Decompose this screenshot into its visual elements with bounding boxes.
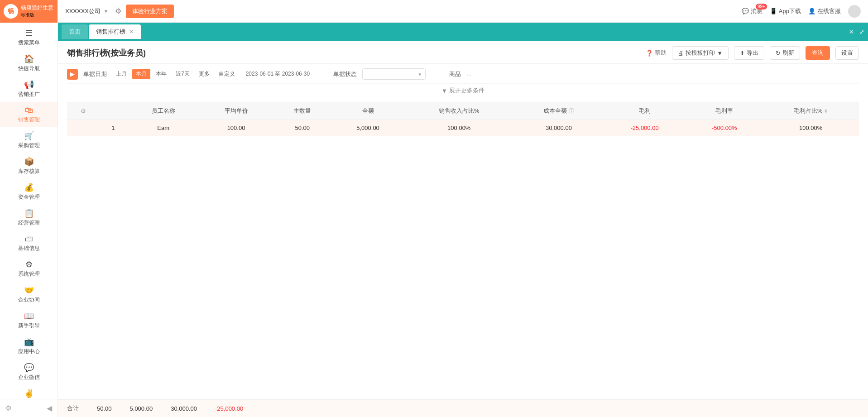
expand-more-btn[interactable]: ▼ 展开更多条件: [441, 86, 484, 95]
table-area: ⚙ 员工名称 平均单价 主数量 全额 销售收入占比% 成本全额 ⓘ 毛利 毛利率: [58, 102, 868, 399]
goods-more-btn[interactable]: ...: [466, 71, 471, 77]
table-footer: 合计 50.00 5,000.00 30,000.00 -25,000.00: [58, 399, 868, 417]
sidebar-settings-icon[interactable]: ⚙: [5, 404, 12, 412]
business-icon: 📋: [24, 208, 34, 218]
date-tab-this-month[interactable]: 本月: [132, 69, 150, 79]
guide-icon: 📖: [24, 311, 34, 321]
col-settings[interactable]: ⚙: [67, 102, 99, 120]
date-range: 2023-06-01 至 2023-06-30: [246, 70, 310, 78]
content-header: 销售排行榜(按业务员) ❓ 帮助 🖨 按模板打印 ▼ ⬆ 导出 ↻ 刷新: [58, 41, 868, 64]
sidebar-item-guide[interactable]: 📖 新手引导: [0, 307, 58, 333]
sales-icon: 🛍: [25, 105, 33, 115]
query-button[interactable]: 查询: [806, 46, 830, 60]
page-title: 销售排行榜(按业务员): [67, 48, 146, 58]
sidebar-label: 营销推广: [18, 91, 40, 98]
sidebar-collapse-icon[interactable]: ◀: [47, 404, 52, 412]
sidebar-item-business[interactable]: 📋 经营管理: [0, 205, 58, 230]
sidebar-item-basic-info[interactable]: 🗃 基础信息: [0, 230, 58, 256]
logo-text: 畅康通好生意: [21, 5, 53, 12]
tabbar-right: ✕ ⤢: [849, 29, 864, 35]
purchase-icon: 🛒: [24, 131, 34, 141]
sidebar-item-inventory[interactable]: 📦 库存核算: [0, 153, 58, 179]
status-select[interactable]: [362, 68, 426, 80]
date-label: 单据日期: [83, 70, 107, 78]
cost-info-icon[interactable]: ⓘ: [569, 108, 574, 114]
sidebar-logo: 畅 畅康通好生意 标准版: [0, 0, 58, 23]
inventory-icon: 📦: [24, 157, 34, 167]
sidebar-label: 新手引导: [18, 322, 40, 330]
refresh-btn[interactable]: ↻ 刷新: [770, 46, 800, 60]
sidebar-label: 企业协同: [18, 296, 40, 304]
date-tab-prev-month[interactable]: 上月: [112, 69, 130, 79]
tab-sales-rank[interactable]: 销售排行榜 ✕: [89, 24, 141, 39]
footer-cost: 30,000.00: [171, 405, 197, 412]
sidebar-label: 采购管理: [18, 142, 40, 149]
cell-emp-name: Eam: [127, 120, 200, 136]
col-sales-pct: 销售收入占比%: [403, 102, 514, 120]
sidebar-item-wechat[interactable]: 💬 企业微信: [0, 359, 58, 385]
app-center-icon: 📺: [24, 337, 34, 347]
sidebar-item-member[interactable]: ✌ 畅会员: [0, 385, 58, 399]
app-download-btn[interactable]: 📱 App下载: [770, 7, 801, 15]
settings-btn[interactable]: 设置: [835, 46, 859, 60]
export-btn[interactable]: ⬆ 导出: [734, 46, 764, 60]
footer-amount: 5,000.00: [130, 405, 153, 412]
cell-amount: 5,000.00: [332, 120, 404, 136]
sidebar-item-enterprise[interactable]: 🤝 企业协同: [0, 282, 58, 307]
sidebar-item-finance[interactable]: 💰 资金管理: [0, 179, 58, 205]
header-actions: ❓ 帮助 🖨 按模板打印 ▼ ⬆ 导出 ↻ 刷新 查询 设置: [646, 46, 859, 60]
print-icon: 🖨: [678, 50, 684, 57]
expand-row: ▼ 展开更多条件: [67, 83, 859, 97]
sidebar-label: 资金管理: [18, 193, 40, 201]
topbar: XXXXXX公司 ▼ ⚙ 体验行业方案 💬 消息 99+ 📱 App下载 👤 在…: [58, 0, 868, 23]
date-tab-last7[interactable]: 近7天: [172, 69, 193, 79]
sidebar-item-search-order[interactable]: ☰ 搜索菜单: [0, 24, 58, 50]
tabbar: 首页 销售排行榜 ✕ ✕ ⤢: [58, 23, 868, 41]
sidebar-item-system[interactable]: ⚙ 系统管理: [0, 256, 58, 282]
search-order-icon: ☰: [25, 28, 33, 38]
basic-info-icon: 🗃: [25, 234, 33, 244]
topbar-right: 💬 消息 99+ 📱 App下载 👤 在线客服: [742, 5, 861, 18]
goods-label: 商品: [449, 70, 461, 78]
user-avatar[interactable]: [848, 5, 861, 18]
table-settings-icon[interactable]: ⚙: [81, 108, 86, 115]
marketing-icon: 📢: [24, 80, 34, 90]
help-btn[interactable]: ❓ 帮助: [646, 49, 667, 57]
gross-pct-sort-icon[interactable]: ⬇: [824, 109, 828, 114]
company-selector[interactable]: XXXXXX公司 ▼: [65, 7, 109, 15]
date-tab-more[interactable]: 更多: [195, 69, 213, 79]
member-icon: ✌: [24, 388, 34, 398]
tab-close-all-icon[interactable]: ✕: [849, 29, 854, 35]
sidebar-item-app-center[interactable]: 📺 应用中心: [0, 333, 58, 359]
tab-home[interactable]: 首页: [62, 24, 88, 39]
company-dropdown-icon: ▼: [103, 8, 109, 14]
cell-cost: 30,000.00: [514, 120, 603, 136]
sidebar-label: 经营管理: [18, 219, 40, 227]
date-tab-custom[interactable]: 自定义: [215, 69, 239, 79]
tab-close-icon[interactable]: ✕: [129, 29, 134, 35]
status-label: 单据状态: [333, 70, 357, 78]
online-service-btn[interactable]: 👤 在线客服: [808, 7, 841, 15]
export-icon: ⬆: [740, 50, 745, 57]
col-gross: 毛利: [603, 102, 686, 120]
logo-icon: 畅: [4, 4, 18, 19]
finance-icon: 💰: [24, 182, 34, 192]
expand-down-icon: ▼: [441, 87, 447, 94]
main-area: XXXXXX公司 ▼ ⚙ 体验行业方案 💬 消息 99+ 📱 App下载 👤 在…: [58, 0, 868, 417]
template-print-btn[interactable]: 🖨 按模板打印 ▼: [672, 46, 729, 60]
col-gross-rate: 毛利率: [686, 102, 762, 120]
help-label: 帮助: [655, 49, 667, 57]
sidebar-label: 基础信息: [18, 244, 40, 252]
tab-maximize-icon[interactable]: ⤢: [859, 29, 864, 35]
topbar-settings-icon[interactable]: ⚙: [115, 7, 121, 15]
sidebar-label: 库存核算: [18, 168, 40, 175]
sidebar-item-sales[interactable]: 🛍 销售管理: [0, 102, 58, 127]
sidebar-item-marketing[interactable]: 📢 营销推广: [0, 76, 58, 102]
filter-bar: ▶ 单据日期 上月 本月 本年 近7天 更多 自定义 2023-06-01 至 …: [58, 64, 868, 102]
trial-button[interactable]: 体验行业方案: [126, 5, 174, 18]
sidebar-item-quick-nav[interactable]: 🏠 快捷导航: [0, 50, 58, 76]
sidebar-item-purchase[interactable]: 🛒 采购管理: [0, 127, 58, 153]
date-tab-this-year[interactable]: 本年: [152, 69, 170, 79]
message-btn[interactable]: 💬 消息 99+: [742, 7, 762, 15]
filter-toggle-btn[interactable]: ▶: [67, 69, 78, 80]
